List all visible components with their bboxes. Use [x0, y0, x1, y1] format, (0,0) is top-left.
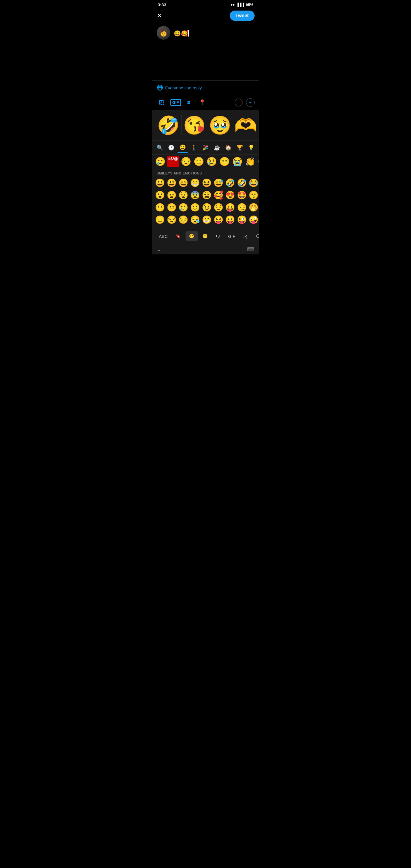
gif-keyboard-button[interactable]: GIF [225, 231, 239, 241]
emoji-cell[interactable]: 😂 [248, 177, 259, 189]
image-button[interactable]: 🖼 [157, 98, 166, 107]
backspace-button[interactable]: ⌫ [253, 230, 259, 242]
emoji-cell[interactable]: 😀 [154, 177, 165, 189]
emoji-cell[interactable]: 😧 [178, 189, 189, 201]
emoji-activities-button[interactable]: 🎉 [200, 143, 211, 152]
emoji-cell[interactable]: 😃 [166, 177, 177, 189]
emoji-cell[interactable]: 😁 [201, 214, 212, 225]
tweet-button[interactable]: Tweet [230, 10, 255, 21]
signal-icon: ▐▐▐ [236, 3, 244, 7]
emoji-cell[interactable]: 🤩 [236, 189, 248, 201]
emoji-cell[interactable]: 😉 [201, 202, 212, 213]
emoji-cell[interactable]: 😜 [236, 214, 248, 225]
emoji-cell[interactable]: 😆 [201, 177, 212, 189]
compose-area: 🧑 😆🥰​ [152, 23, 259, 80]
emoji-cell[interactable]: 😶 [154, 202, 165, 213]
scroll-emoji-censored[interactable]: #$!@ [167, 156, 179, 167]
scroll-emoji-1[interactable]: 🥲 [154, 156, 166, 167]
emoji-grid: 😀 😃 😄 😁 😆 😅 🤣 🤣 😂 😮 😦 😧 😨 😩 🥰 😍 🤩 😗 😶 😐 … [152, 177, 259, 228]
emoji-cell[interactable]: 🥰 [213, 189, 224, 201]
sticker-button[interactable]: 🔖 [172, 231, 184, 241]
emoji-preview-holding-back[interactable]: 🥹 [207, 113, 233, 138]
scroll-emoji-4[interactable]: 😑 [193, 156, 204, 167]
emoji-preview-heart-hands[interactable]: 🫶 [233, 113, 259, 138]
character-count-circle [234, 98, 243, 106]
emoji-scroll-row: 🥲 #$!@ 😒 😑 😢 😶 😭 👏 😞 [152, 155, 259, 168]
emoji-cell[interactable]: 😐 [166, 202, 177, 213]
emoji-cell[interactable]: 😌 [213, 202, 224, 213]
emoji-objects-button[interactable]: 🏆 [234, 143, 245, 152]
keyboard-bottom-bar: ABC 🔖 😊 😐 🗨 GIF :-) ⌫ [152, 228, 259, 244]
emoji-cell[interactable]: 😨 [190, 189, 201, 201]
emoji-cell[interactable]: 🥲 [178, 202, 189, 213]
emoji-cell[interactable]: 😪 [190, 214, 201, 225]
emoji-cell[interactable]: 😗 [248, 189, 259, 201]
tweet-input[interactable]: 😆🥰​ [174, 26, 255, 78]
scroll-emoji-7[interactable]: 😭 [231, 156, 243, 167]
emoji-people-button[interactable]: 🚶 [189, 143, 199, 152]
avatar-image: 🧑 [157, 26, 170, 40]
emoji-preview-strip: 🤣 😘 🥹 🫶 🐒 [152, 110, 259, 141]
scroll-emoji-8[interactable]: 👏 [244, 156, 256, 167]
emoji-cell[interactable]: 😁 [190, 177, 201, 189]
emoji-preview-rofl[interactable]: 🤣 [156, 113, 181, 138]
emoji-cell[interactable]: 😮 [154, 189, 165, 201]
reply-permission[interactable]: 🌐 Everyone can reply [152, 80, 259, 95]
reply-text: Everyone can reply [165, 85, 202, 90]
scroll-emoji-9[interactable]: 😞 [257, 156, 259, 167]
emoji-food-button[interactable]: ☕ [212, 143, 222, 152]
emoji-cell[interactable]: 😑 [154, 214, 165, 225]
emoji-smileys-button[interactable]: 😀 [177, 143, 188, 153]
wifi-icon: ▾▾ [231, 3, 234, 7]
avatar: 🧑 [157, 26, 170, 40]
category-label: SMILEYS AND EMOTIONS [152, 168, 259, 177]
emoji-cell[interactable]: 🤣 [236, 177, 248, 189]
emoji-symbols1-button[interactable]: 💡 [246, 143, 257, 152]
emoticon-keyboard-button[interactable]: 😐 [199, 231, 211, 241]
emoji-cell[interactable]: 😄 [178, 177, 189, 189]
battery-text: 95% [246, 3, 253, 7]
emoji-search-button[interactable]: 🔍 [154, 143, 165, 152]
emoji-preview-kissing[interactable]: 😘 [182, 113, 207, 138]
scroll-emoji-3[interactable]: 😒 [180, 156, 192, 167]
gif-button[interactable]: GIF [170, 99, 181, 106]
emoji-recent-button[interactable]: 🕐 [166, 143, 177, 152]
emoji-travel-button[interactable]: 🏠 [223, 143, 234, 152]
emoji-keyboard-button[interactable]: 😊 [186, 231, 198, 241]
toolbar-icons: 🖼 GIF ≡ 📍 [157, 97, 233, 107]
emoji-cell[interactable]: 🤣 [225, 177, 236, 189]
ascii-keyboard-button[interactable]: :-) [240, 231, 251, 241]
emoji-cell[interactable]: 😍 [225, 189, 236, 201]
emoji-cell[interactable]: 😛 [225, 202, 236, 213]
keyboard-collapse-button[interactable]: ⌄ [157, 246, 162, 253]
top-bar: ✕ Tweet [152, 8, 259, 23]
text-keyboard-button[interactable]: 🗨 [212, 231, 223, 241]
emoji-preview-monkey[interactable]: 🐒 [259, 113, 259, 138]
emoji-cell[interactable]: 😩 [201, 189, 212, 201]
emoji-cell[interactable]: 🤪 [248, 214, 259, 225]
emoji-cell[interactable]: 😛 [225, 214, 236, 225]
poll-button[interactable]: ≡ [186, 98, 192, 107]
emoji-symbols2-button[interactable]: 🔣 [257, 143, 259, 152]
add-content-button[interactable]: + [246, 98, 255, 107]
toolbar: 🖼 GIF ≡ 📍 + [152, 95, 259, 110]
scroll-emoji-6[interactable]: 😶 [219, 156, 230, 167]
status-bar: 3:33 ▾▾ ▐▐▐ 95% [152, 0, 259, 8]
close-button[interactable]: ✕ [157, 12, 162, 19]
abc-button[interactable]: ABC [156, 231, 171, 241]
emoji-cell[interactable]: 🤭 [248, 202, 259, 213]
handle-bar: ⌄ ⌨ [152, 244, 259, 254]
scroll-emoji-5[interactable]: 😢 [206, 156, 218, 167]
emoji-cell[interactable]: 😝 [213, 214, 224, 225]
emoji-cell[interactable]: 😏 [236, 202, 248, 213]
emoji-cell[interactable]: 😒 [166, 214, 177, 225]
emoji-cell[interactable]: 🙂 [190, 202, 201, 213]
emoji-category-bar: 🔍 🕐 😀 🚶 🎉 ☕ 🏠 🏆 💡 🔣 🚩 [152, 141, 259, 155]
emoji-cell[interactable]: 😔 [178, 214, 189, 225]
emoji-cell[interactable]: 😅 [213, 177, 224, 189]
globe-icon: 🌐 [157, 85, 163, 91]
emoji-cell[interactable]: 😦 [166, 189, 177, 201]
location-button[interactable]: 📍 [197, 97, 208, 107]
keyboard-switch-button[interactable]: ⌨ [247, 246, 255, 252]
emoji-panel: 🤣 😘 🥹 🫶 🐒 🔍 🕐 😀 🚶 🎉 ☕ 🏠 🏆 💡 🔣 🚩 🥲 #$!@ 😒… [152, 110, 259, 254]
